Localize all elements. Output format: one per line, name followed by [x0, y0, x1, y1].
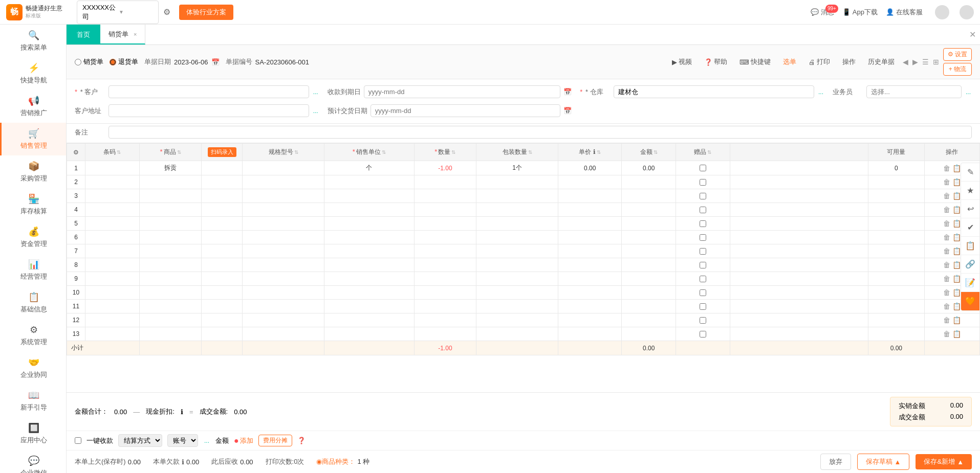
- delete-row-11-button[interactable]: 🗑: [943, 302, 950, 310]
- payment-due-calendar-icon[interactable]: 📅: [563, 88, 572, 96]
- list-view-button[interactable]: ☰: [922, 58, 929, 66]
- fee-split-help-icon[interactable]: ❓: [297, 437, 306, 444]
- shortcut-button[interactable]: ⌨ 快捷键: [735, 56, 775, 68]
- sidebar-item-search[interactable]: 🔍 搜索菜单: [0, 25, 66, 57]
- sidebar-item-management[interactable]: 📊 经营管理: [0, 254, 66, 286]
- scan-input-button[interactable]: 扫码录入: [208, 147, 236, 157]
- delete-row-5-button[interactable]: 🗑: [943, 219, 950, 228]
- copy-row-13-button[interactable]: 📋: [952, 330, 961, 338]
- warehouse-more-button[interactable]: ...: [817, 88, 824, 96]
- app-download-button[interactable]: 📱 App下载: [842, 8, 878, 17]
- gift-checkbox-12[interactable]: [700, 317, 706, 324]
- rf-undo-icon[interactable]: ↩: [961, 200, 979, 218]
- gift-checkbox-11[interactable]: [700, 303, 706, 310]
- company-selector[interactable]: XXXXXX公司 ▼: [77, 1, 159, 24]
- gift-checkbox-2[interactable]: [700, 179, 706, 186]
- one-click-payment-checkbox[interactable]: [75, 437, 81, 444]
- customer-addr-more-button[interactable]: ...: [312, 107, 319, 115]
- copy-row-7-button[interactable]: 📋: [952, 247, 961, 255]
- save-new-button[interactable]: 保存&新增 ▲: [916, 454, 972, 469]
- tab-close-icon[interactable]: ×: [134, 31, 137, 37]
- delete-row-10-button[interactable]: 🗑: [943, 288, 950, 297]
- sidebar-item-guide[interactable]: 📖 新手引导: [0, 385, 66, 417]
- radio-return-order[interactable]: 退货单: [110, 57, 138, 66]
- add-payment-button[interactable]: ● 添加: [234, 436, 253, 445]
- account-select[interactable]: 账号: [167, 434, 198, 447]
- gift-checkbox-7[interactable]: [700, 248, 706, 255]
- sidebar-item-wechat[interactable]: 💬 企业微信: [0, 450, 66, 473]
- customer-addr-input[interactable]: [108, 104, 309, 117]
- copy-row-12-button[interactable]: 📋: [952, 316, 961, 324]
- copy-row-6-button[interactable]: 📋: [952, 233, 961, 241]
- copy-row-2-button[interactable]: 📋: [952, 178, 961, 186]
- sidebar-item-sales[interactable]: 🛒 销售管理: [0, 123, 66, 155]
- sidebar-item-cooperation[interactable]: 🤝 企业协同: [0, 352, 66, 385]
- delete-row-6-button[interactable]: 🗑: [943, 233, 950, 241]
- sidebar-item-purchase[interactable]: 📦 采购管理: [0, 155, 66, 188]
- sidebar-item-marketing[interactable]: 📢 营销推广: [0, 90, 66, 123]
- select-button[interactable]: 选单: [779, 56, 800, 68]
- setting-button[interactable]: ⚙ 设置: [943, 48, 972, 61]
- copy-row-8-button[interactable]: 📋: [952, 261, 961, 269]
- rf-orange-icon[interactable]: 🧡: [961, 292, 979, 310]
- grid-view-button[interactable]: ⊞: [933, 58, 939, 66]
- remarks-input[interactable]: [108, 126, 972, 139]
- expected-date-input[interactable]: [371, 104, 561, 117]
- rf-star-icon[interactable]: ★: [961, 182, 979, 200]
- sidebar-item-system[interactable]: ⚙ 系统管理: [0, 319, 66, 352]
- copy-row-5-button[interactable]: 📋: [952, 219, 961, 228]
- account-more-button[interactable]: ...: [203, 437, 210, 444]
- settings-icon[interactable]: ⚙: [159, 4, 175, 20]
- copy-row-1-button[interactable]: 📋: [952, 164, 961, 172]
- video-button[interactable]: ▶ 视频: [668, 56, 696, 68]
- salesperson-more-button[interactable]: ...: [965, 88, 972, 96]
- calendar-icon[interactable]: 📅: [211, 58, 220, 66]
- print-button[interactable]: 🖨 打印: [804, 56, 834, 68]
- next-record-button[interactable]: ▶: [912, 58, 918, 66]
- th-settings[interactable]: ⚙: [67, 144, 85, 161]
- gift-checkbox-3[interactable]: [700, 193, 706, 199]
- operation-button[interactable]: 操作: [838, 56, 860, 68]
- payment-due-input[interactable]: [364, 85, 561, 98]
- delete-row-1-button[interactable]: 🗑: [943, 164, 950, 172]
- gift-checkbox-10[interactable]: [700, 289, 706, 296]
- customer-input[interactable]: [108, 85, 309, 98]
- delete-row-9-button[interactable]: 🗑: [943, 275, 950, 283]
- prev-record-button[interactable]: ◀: [903, 58, 908, 66]
- delete-row-3-button[interactable]: 🗑: [943, 192, 950, 200]
- sidebar-item-inventory[interactable]: 🏪 库存核算: [0, 188, 66, 221]
- expected-date-calendar-icon[interactable]: 📅: [563, 107, 572, 115]
- settlement-method-select[interactable]: 结算方式: [118, 434, 162, 447]
- online-service-button[interactable]: 👤 在线客服: [886, 8, 923, 17]
- gift-checkbox-9[interactable]: [700, 276, 706, 282]
- logistics-button[interactable]: + 物流: [943, 63, 972, 76]
- abandon-button[interactable]: 放弃: [820, 454, 851, 470]
- message-button[interactable]: 💬 消息 99+: [811, 8, 834, 17]
- tab-sales-order[interactable]: 销货单 ×: [100, 25, 145, 44]
- gift-checkbox-5[interactable]: [700, 220, 706, 227]
- help-button[interactable]: ❓ 帮助: [700, 56, 731, 68]
- radio-sale-order[interactable]: 销货单: [75, 57, 103, 66]
- sidebar-item-finance[interactable]: 💰 资金管理: [0, 221, 66, 254]
- delete-row-13-button[interactable]: 🗑: [943, 330, 950, 338]
- rf-check-icon[interactable]: ✔: [961, 218, 979, 237]
- copy-row-10-button[interactable]: 📋: [952, 288, 961, 297]
- delete-row-2-button[interactable]: 🗑: [943, 178, 950, 186]
- rf-link-icon[interactable]: 🔗: [961, 255, 979, 274]
- tab-home[interactable]: 首页: [67, 25, 100, 44]
- gift-checkbox-4[interactable]: [700, 207, 706, 213]
- sidebar-item-apps[interactable]: 🔲 应用中心: [0, 417, 66, 450]
- delete-row-12-button[interactable]: 🗑: [943, 316, 950, 324]
- delete-row-7-button[interactable]: 🗑: [943, 247, 950, 255]
- salesperson-input[interactable]: [866, 85, 962, 98]
- close-all-tabs-button[interactable]: ✕: [969, 30, 976, 39]
- gift-checkbox-8[interactable]: [700, 262, 706, 268]
- copy-row-9-button[interactable]: 📋: [952, 275, 961, 283]
- gift-checkbox-13[interactable]: [700, 331, 706, 337]
- customer-more-button[interactable]: ...: [312, 88, 319, 96]
- fee-split-button[interactable]: 费用分摊: [258, 435, 292, 446]
- gift-checkbox-6[interactable]: [700, 234, 706, 241]
- trial-button[interactable]: 体验行业方案: [179, 5, 233, 20]
- gift-checkbox-1[interactable]: [700, 165, 706, 171]
- save-draft-button[interactable]: 保存草稿 ▲: [857, 454, 910, 470]
